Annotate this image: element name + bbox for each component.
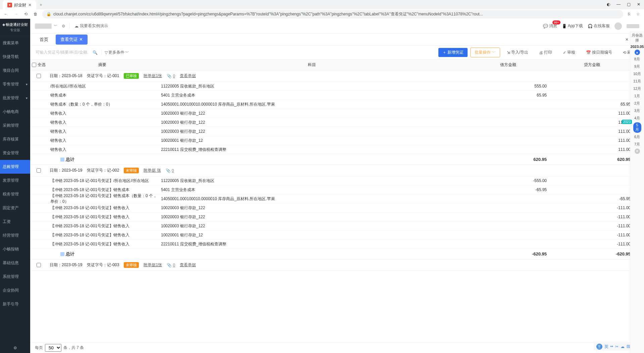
row-checkbox[interactable] <box>37 263 41 267</box>
entry-row[interactable]: 销售收入10020003 银行存款_122111.00 <box>30 109 644 118</box>
entry-row[interactable]: 【冲销 2023-05-18 记-001号凭证】销售收入10020001 银行存… <box>30 230 644 239</box>
maximize-icon[interactable]: ▢ <box>624 1 633 8</box>
demo-link[interactable]: ☁ 我要看实例演示 <box>69 23 108 29</box>
sidebar-item[interactable]: 项目合同 <box>0 64 30 77</box>
sidebar-item[interactable]: 快捷导航 <box>0 50 30 64</box>
sidebar-item[interactable]: 批发管理▾ <box>0 91 30 105</box>
entry-row[interactable]: 销售成本5401 主营业务成本65.95 <box>30 91 644 100</box>
sidebar-item[interactable]: 税务管理 <box>0 187 30 201</box>
ime-icon[interactable]: ☁ <box>621 344 625 349</box>
search-icon[interactable]: 🔍 <box>91 49 99 56</box>
ime-icon[interactable]: •• <box>610 344 613 349</box>
ime-lang[interactable]: 英 <box>604 344 608 350</box>
sidebar-item[interactable]: 总账管理 <box>0 160 30 174</box>
download-link[interactable]: 📱App下载 <box>562 23 583 29</box>
sidebar-item[interactable]: 系统管理 <box>0 270 30 284</box>
close-tab-icon[interactable]: ✕ <box>28 3 32 7</box>
more-conditions[interactable]: ▽ 更多条件 ﹀ <box>105 50 129 55</box>
entry-row[interactable]: 销售收入22210011 应交税费_增值税检查调整111.00 <box>30 145 644 154</box>
messages-link[interactable]: 💬消息99+ <box>543 23 557 29</box>
month-item[interactable]: 2月 <box>633 100 641 107</box>
reload-icon[interactable]: ⟲ <box>23 11 29 17</box>
attachment-link[interactable]: 附单据 张 <box>144 168 161 173</box>
entry-row[interactable]: 【冲销 2023-05-18 记-001号凭证】销售收入22210011 应交税… <box>30 239 644 248</box>
close-tab-icon[interactable]: ✕ <box>79 37 83 42</box>
month-up-icon[interactable]: ▲ <box>635 50 640 55</box>
info-icon[interactable]: ◐ <box>604 1 613 8</box>
sidebar-item[interactable]: 发票管理 <box>0 174 30 187</box>
month-item[interactable]: 6月 <box>633 134 641 140</box>
star-icon[interactable]: ☆ <box>635 11 641 17</box>
row-checkbox[interactable] <box>37 168 41 173</box>
month-item[interactable]: 4月 <box>633 115 641 121</box>
sidebar-item[interactable]: 新手引导 <box>0 297 30 311</box>
page-size-select[interactable]: 50 <box>45 344 61 352</box>
month-item[interactable]: 8月 <box>633 56 641 62</box>
url-box[interactable]: 🔒 cloud.chanjet.com/cc/u6d89qwnryel/57bf… <box>42 10 623 18</box>
close-all-icon[interactable]: ✕ <box>624 37 630 43</box>
entry-row[interactable]: 【冲销 2023-05-18 记-001号凭证】销售收入10020003 银行存… <box>30 203 644 212</box>
sidebar-item[interactable]: 搜索菜单 <box>0 36 30 50</box>
new-tab-button[interactable]: ＋ <box>36 1 46 9</box>
browser-tab[interactable]: ♥ 好业财 ✕ <box>3 0 36 10</box>
entry-row[interactable]: 销售收入10020003 银行存款_122111.00 <box>30 127 644 136</box>
tab-home[interactable]: 首页 <box>35 35 53 45</box>
service-link[interactable]: 🎧在线客服 <box>588 23 610 29</box>
sidebar-item[interactable]: 企业协同 <box>0 284 30 297</box>
month-down-icon[interactable]: ▼ <box>635 149 640 154</box>
sidebar-item[interactable]: 固定资产 <box>0 201 30 215</box>
entry-row[interactable]: 【冲销 2023-05-18 记-001号凭证】销售成本5401 主营业务成本-… <box>30 185 644 194</box>
month-item[interactable]: 11月 <box>632 78 642 84</box>
month-item[interactable]: 5月 <box>633 122 641 133</box>
sidebar-item[interactable]: 小畅报销 <box>0 242 30 256</box>
month-item[interactable]: 10月 <box>632 71 642 77</box>
select-all-checkbox[interactable] <box>32 63 36 67</box>
bydate-button[interactable]: 📅 按日期编号 <box>582 48 616 57</box>
entry-row[interactable]: 【冲销 2023-05-18 记-001号凭证】销售成本（数量：0 个，单价：0… <box>30 194 644 203</box>
month-item[interactable]: 3月 <box>633 108 641 114</box>
batch-ops-button[interactable]: 批量操作 ﹀ <box>470 48 500 57</box>
entry-row[interactable]: 销售成本（数量：0 个，单价：0）14050001.000100010.0000… <box>30 100 644 109</box>
view-doc-link[interactable]: 查看单据 <box>180 73 196 79</box>
settings-icon[interactable]: ⚙ <box>62 24 65 28</box>
search-input[interactable] <box>35 49 89 56</box>
row-checkbox[interactable] <box>37 74 41 78</box>
gear-icon[interactable]: ⚙ <box>13 346 17 350</box>
close-window-icon[interactable]: ✕ <box>634 1 643 8</box>
entry-row[interactable]: 销售收入10020001 银行存款_12111.00 <box>30 136 644 145</box>
company-selector[interactable]: ﹀ <box>35 23 58 29</box>
entry-row[interactable]: 【冲销 2023-05-18 记-001号凭证】销售收入10020003 银行存… <box>30 221 644 230</box>
entry-row[interactable]: /所在地区//所在地区11220005 应收账款_所在地区555.00 <box>30 81 644 91</box>
view-doc-link[interactable]: 查看单据 <box>180 262 196 268</box>
month-item[interactable]: 7月 <box>633 141 641 148</box>
sidebar-item[interactable]: 采购管理 <box>0 119 30 132</box>
month-item[interactable]: 12月 <box>632 85 642 92</box>
tab-voucher[interactable]: 查看凭证✕ <box>56 35 88 45</box>
month-item[interactable]: 9月 <box>633 63 641 70</box>
sidebar-item[interactable]: 零售管理▾ <box>0 77 30 91</box>
sidebar-item[interactable]: 小畅电商 <box>0 105 30 119</box>
forward-icon[interactable]: → <box>13 11 19 17</box>
attachment-link[interactable]: 附单据1张 <box>144 262 162 268</box>
import-export-button[interactable]: ⇲ 导入/导出 <box>503 48 532 57</box>
avatar-icon[interactable] <box>614 22 622 30</box>
sidebar-item[interactable]: 基础信息 <box>0 256 30 270</box>
ime-main-icon[interactable]: 王 <box>596 344 602 350</box>
sidebar-item[interactable]: 库存核算 <box>0 132 30 146</box>
month-item[interactable]: 1月 <box>633 93 641 99</box>
ime-icon[interactable]: ✂ <box>615 344 619 349</box>
minimize-icon[interactable]: — <box>614 1 623 8</box>
entry-row[interactable]: 【冲销 2023-05-18 记-001号凭证】销售收入10020003 银行存… <box>30 212 644 221</box>
entry-row[interactable]: 【冲销 2023-05-18 记-001号凭证】/所在地区//所在地区11220… <box>30 176 644 185</box>
sidebar-item[interactable]: 经营管理 <box>0 229 30 242</box>
sidebar-item[interactable]: 工资 <box>0 215 30 229</box>
print-button[interactable]: 🖨 打印 <box>535 48 556 57</box>
new-voucher-button[interactable]: ＋ 新增凭证 <box>438 48 468 57</box>
audit-button[interactable]: ✓ 审核 <box>559 48 579 57</box>
attachment-link[interactable]: 附单据1张 <box>144 73 162 79</box>
sidebar-item[interactable]: 资金管理 <box>0 146 30 160</box>
back-icon[interactable]: ← <box>3 11 9 17</box>
entry-row[interactable]: 销售收入10020003 银行存款_122111.00 <box>30 118 644 127</box>
delete-icon[interactable]: 🗑 <box>32 11 39 17</box>
install-icon[interactable]: ⎘ <box>627 11 632 17</box>
